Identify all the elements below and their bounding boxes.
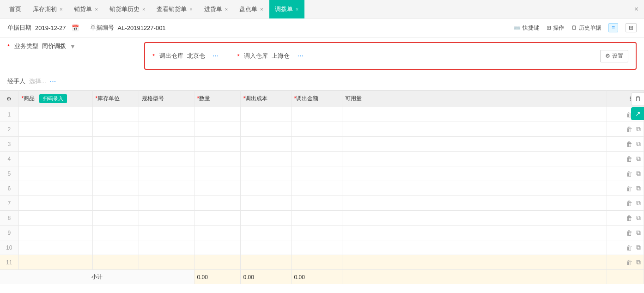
row-available-10[interactable] xyxy=(342,240,607,255)
delete-row-10-button[interactable]: 🗑 xyxy=(626,244,632,251)
row-cost-6[interactable] xyxy=(240,181,291,196)
copy-row-5-button[interactable]: ⧉ xyxy=(636,170,641,177)
row-quantity-6[interactable] xyxy=(194,181,240,196)
row-product-1[interactable] xyxy=(18,107,92,122)
row-product-5[interactable] xyxy=(18,166,92,181)
delete-row-2-button[interactable]: 🗑 xyxy=(626,126,632,133)
tab-close-transfer[interactable]: × xyxy=(296,6,298,12)
row-product-8[interactable] xyxy=(18,211,92,226)
row-quantity-4[interactable] xyxy=(194,152,240,166)
copy-row-10-button[interactable]: ⧉ xyxy=(636,244,641,251)
operations-button[interactable]: ⊞ 操作 xyxy=(547,24,564,32)
row-amount-1[interactable] xyxy=(291,107,342,122)
delete-row-5-button[interactable]: 🗑 xyxy=(626,170,632,177)
row-available-11[interactable] xyxy=(342,255,607,270)
row-cost-5[interactable] xyxy=(240,166,291,181)
row-cost-9[interactable] xyxy=(240,226,291,240)
row-amount-5[interactable] xyxy=(291,166,342,181)
row-quantity-10[interactable] xyxy=(194,240,240,255)
row-unit-1[interactable] xyxy=(92,107,139,122)
delete-row-8-button[interactable]: 🗑 xyxy=(626,214,632,222)
row-cost-1[interactable] xyxy=(240,107,291,122)
row-available-3[interactable] xyxy=(342,137,607,152)
row-spec-5[interactable] xyxy=(139,166,194,181)
tab-view-sales[interactable]: 查看销货单 × xyxy=(151,0,198,18)
row-quantity-9[interactable] xyxy=(194,226,240,240)
row-spec-4[interactable] xyxy=(139,152,194,166)
row-quantity-5[interactable] xyxy=(194,166,240,181)
tab-close-sales-history[interactable]: × xyxy=(142,6,145,12)
tab-sales-order[interactable]: 销货单 × xyxy=(68,0,103,18)
row-available-5[interactable] xyxy=(342,166,607,181)
history-button[interactable]: 🗒 历史单据 xyxy=(571,24,601,32)
row-available-6[interactable] xyxy=(342,181,607,196)
row-amount-3[interactable] xyxy=(291,137,342,152)
scan-input-button[interactable]: 扫码录入 xyxy=(39,94,67,103)
row-available-7[interactable] xyxy=(342,196,607,211)
row-available-8[interactable] xyxy=(342,211,607,226)
row-quantity-11[interactable] xyxy=(194,255,240,270)
row-available-2[interactable] xyxy=(342,122,607,137)
row-spec-7[interactable] xyxy=(139,196,194,211)
delete-row-6-button[interactable]: 🗑 xyxy=(626,185,632,192)
row-amount-11[interactable] xyxy=(291,255,342,270)
handler-more-button[interactable]: ··· xyxy=(50,77,56,85)
row-product-6[interactable] xyxy=(18,181,92,196)
row-unit-10[interactable] xyxy=(92,240,139,255)
tab-stocktake[interactable]: 盘点单 × xyxy=(234,0,269,18)
row-cost-2[interactable] xyxy=(240,122,291,137)
list-view-button[interactable]: ≡ xyxy=(608,23,618,32)
row-cost-7[interactable] xyxy=(240,196,291,211)
row-product-2[interactable] xyxy=(18,122,92,137)
tab-close-purchase[interactable]: × xyxy=(225,6,228,12)
in-warehouse-more-button[interactable]: ··· xyxy=(297,52,303,60)
panel-doc-button[interactable]: 🗒 xyxy=(631,92,644,105)
tab-close-inventory[interactable]: × xyxy=(60,6,62,12)
col-header-settings[interactable]: ⚙ xyxy=(0,91,18,107)
tab-inventory-start[interactable]: 库存期初 × xyxy=(27,0,68,18)
row-available-9[interactable] xyxy=(342,226,607,240)
row-amount-2[interactable] xyxy=(291,122,342,137)
delete-row-9-button[interactable]: 🗑 xyxy=(626,229,632,237)
settings-col-icon[interactable]: ⚙ xyxy=(6,96,12,102)
business-type-dropdown-arrow[interactable]: ▼ xyxy=(70,43,76,50)
row-quantity-2[interactable] xyxy=(194,122,240,137)
settings-button[interactable]: ⚙ 设置 xyxy=(600,50,628,62)
copy-row-9-button[interactable]: ⧉ xyxy=(636,229,641,237)
row-product-11[interactable] xyxy=(18,255,92,270)
row-amount-6[interactable] xyxy=(291,181,342,196)
row-unit-11[interactable] xyxy=(92,255,139,270)
row-spec-9[interactable] xyxy=(139,226,194,240)
row-unit-6[interactable] xyxy=(92,181,139,196)
row-amount-7[interactable] xyxy=(291,196,342,211)
row-unit-5[interactable] xyxy=(92,166,139,181)
row-unit-8[interactable] xyxy=(92,211,139,226)
copy-row-8-button[interactable]: ⧉ xyxy=(636,214,641,222)
row-cost-8[interactable] xyxy=(240,211,291,226)
row-amount-10[interactable] xyxy=(291,240,342,255)
row-product-4[interactable] xyxy=(18,152,92,166)
tab-close-sales[interactable]: × xyxy=(95,6,97,12)
row-amount-4[interactable] xyxy=(291,152,342,166)
window-close-button[interactable]: × xyxy=(634,5,638,13)
row-available-4[interactable] xyxy=(342,152,607,166)
row-cost-11[interactable] xyxy=(240,255,291,270)
copy-row-7-button[interactable]: ⧉ xyxy=(636,199,641,207)
tab-transfer[interactable]: 调拨单 × xyxy=(269,0,304,18)
row-product-3[interactable] xyxy=(18,137,92,152)
tab-sales-history[interactable]: 销货单历史 × xyxy=(104,0,151,18)
row-spec-6[interactable] xyxy=(139,181,194,196)
out-warehouse-more-button[interactable]: ··· xyxy=(213,52,219,60)
row-available-1[interactable] xyxy=(342,107,607,122)
row-quantity-8[interactable] xyxy=(194,211,240,226)
copy-row-6-button[interactable]: ⧉ xyxy=(636,184,641,192)
tab-purchase[interactable]: 进货单 × xyxy=(199,0,234,18)
row-product-10[interactable] xyxy=(18,240,92,255)
row-spec-3[interactable] xyxy=(139,137,194,152)
row-unit-9[interactable] xyxy=(92,226,139,240)
row-cost-3[interactable] xyxy=(240,137,291,152)
row-cost-4[interactable] xyxy=(240,152,291,166)
copy-row-2-button[interactable]: ⧉ xyxy=(636,125,641,133)
row-cost-10[interactable] xyxy=(240,240,291,255)
delete-row-11-button[interactable]: 🗑 xyxy=(626,259,632,266)
